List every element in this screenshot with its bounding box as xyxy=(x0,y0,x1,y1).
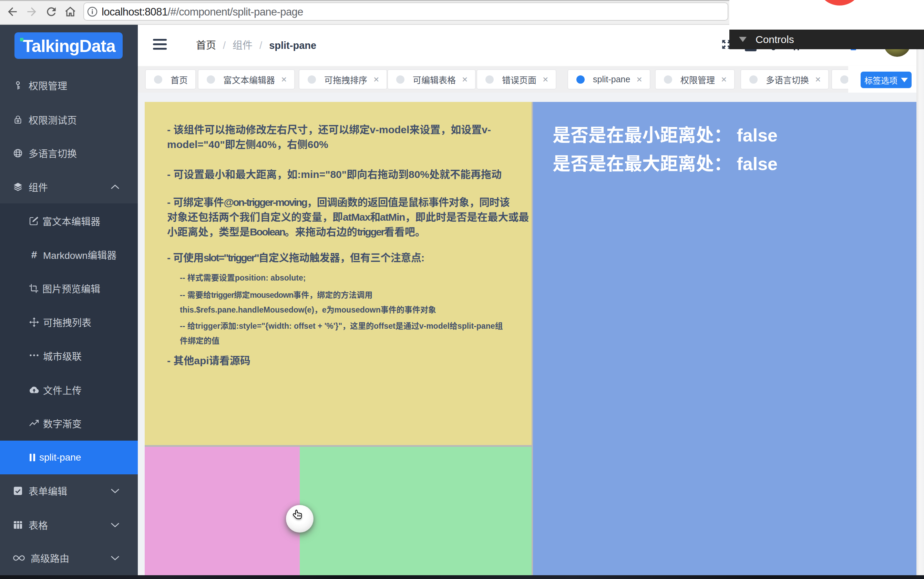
svg-text:#: # xyxy=(31,250,37,260)
